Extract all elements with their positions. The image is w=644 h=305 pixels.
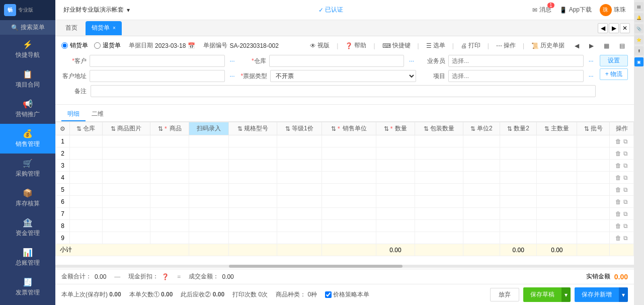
cell[interactable] xyxy=(321,196,376,208)
cell[interactable] xyxy=(277,208,321,220)
cell[interactable] xyxy=(150,172,189,184)
copy-icon[interactable]: ⧉ xyxy=(623,150,628,157)
cell[interactable] xyxy=(577,208,610,220)
messages-button[interactable]: ✉ 1 消息 xyxy=(532,6,551,14)
cell[interactable] xyxy=(577,160,610,172)
delete-icon[interactable]: 🗑 xyxy=(615,198,621,205)
tab-2d[interactable]: 二维 xyxy=(86,108,110,121)
cell[interactable] xyxy=(537,147,577,160)
cell[interactable] xyxy=(277,135,321,147)
cell[interactable] xyxy=(376,172,415,184)
cell[interactable] xyxy=(500,135,537,147)
right-panel-icon-5[interactable]: ⬆ xyxy=(634,46,643,55)
delete-icon[interactable]: 🗑 xyxy=(615,235,621,242)
cell[interactable] xyxy=(102,147,150,160)
cell[interactable] xyxy=(70,184,103,196)
toolbar-shortcut[interactable]: ⌨ 快捷键 xyxy=(379,40,414,51)
cell[interactable] xyxy=(229,232,277,244)
customer-input[interactable] xyxy=(90,55,225,67)
price-policy-checkbox[interactable]: 价格策略本单 xyxy=(325,290,369,299)
toolbar-prev[interactable]: ◀ xyxy=(572,41,582,50)
cell[interactable] xyxy=(321,147,376,160)
delete-icon[interactable]: 🗑 xyxy=(615,222,621,230)
cell[interactable] xyxy=(70,147,103,160)
cell[interactable] xyxy=(229,147,277,160)
copy-icon[interactable]: ⧉ xyxy=(623,198,628,205)
cell[interactable] xyxy=(376,232,415,244)
cell[interactable] xyxy=(102,172,150,184)
delete-icon[interactable]: 🗑 xyxy=(615,162,621,169)
cell[interactable] xyxy=(189,184,229,196)
salesperson-picker-button[interactable]: ··· xyxy=(587,57,596,64)
copy-icon[interactable]: ⧉ xyxy=(623,235,628,242)
cell[interactable] xyxy=(189,208,229,220)
cell[interactable] xyxy=(102,160,150,172)
delete-icon[interactable]: 🗑 xyxy=(615,150,621,157)
cell[interactable] xyxy=(102,232,150,244)
cell[interactable] xyxy=(463,184,500,196)
cell[interactable] xyxy=(463,160,500,172)
return-radio-input[interactable] xyxy=(94,42,101,49)
sale-type-radio[interactable]: 销货单 xyxy=(61,41,88,50)
set-button[interactable]: 设置 xyxy=(600,55,628,66)
cell[interactable] xyxy=(102,220,150,232)
warehouse-picker-button[interactable]: ··· xyxy=(407,57,416,64)
cell[interactable] xyxy=(229,208,277,220)
customer-picker-button[interactable]: ··· xyxy=(228,57,237,64)
cell[interactable] xyxy=(321,208,376,220)
cell[interactable] xyxy=(500,172,537,184)
right-panel-icon-active[interactable]: ▣ xyxy=(634,57,643,66)
save-draft-arrow-button[interactable]: ▾ xyxy=(561,287,571,302)
cell[interactable] xyxy=(150,184,189,196)
copy-icon[interactable]: ⧉ xyxy=(623,186,628,193)
cell[interactable] xyxy=(229,196,277,208)
cell[interactable] xyxy=(537,135,577,147)
cell[interactable] xyxy=(463,172,500,184)
cell[interactable] xyxy=(415,196,463,208)
right-panel-icon-3[interactable]: 📎 xyxy=(634,24,643,33)
sidebar-item-project[interactable]: 📋 项目合同 xyxy=(0,64,55,94)
right-panel-icon-1[interactable]: ▤ xyxy=(634,2,643,11)
cell[interactable] xyxy=(577,147,610,160)
cell[interactable] xyxy=(70,135,103,147)
copy-icon[interactable]: ⧉ xyxy=(623,174,628,181)
sidebar-item-purchase[interactable]: 🛒 采购管理 xyxy=(0,154,55,183)
cell[interactable] xyxy=(70,232,103,244)
cell[interactable] xyxy=(577,135,610,147)
toolbar-print[interactable]: 🖨 打印 xyxy=(458,40,484,51)
cell[interactable] xyxy=(500,208,537,220)
sidebar-item-accounting[interactable]: 📊 总账管理 xyxy=(0,243,55,272)
toolbar-select[interactable]: ☰ 选单 xyxy=(423,40,448,51)
cell[interactable] xyxy=(102,135,150,147)
cell[interactable] xyxy=(189,147,229,160)
cell[interactable] xyxy=(376,160,415,172)
cell[interactable] xyxy=(150,220,189,232)
cell[interactable] xyxy=(321,232,376,244)
cell[interactable] xyxy=(415,220,463,232)
cell[interactable] xyxy=(500,184,537,196)
cell[interactable] xyxy=(277,184,321,196)
cell[interactable] xyxy=(102,184,150,196)
cell[interactable] xyxy=(229,220,277,232)
address-input[interactable] xyxy=(90,70,225,82)
cell[interactable] xyxy=(537,220,577,232)
invoice-select[interactable]: 不开票 xyxy=(270,70,416,82)
cell[interactable] xyxy=(376,135,415,147)
cell[interactable] xyxy=(577,184,610,196)
copy-icon[interactable]: ⧉ xyxy=(623,222,628,230)
cell[interactable] xyxy=(376,196,415,208)
cell[interactable] xyxy=(102,196,150,208)
cell[interactable] xyxy=(150,160,189,172)
cell[interactable] xyxy=(415,232,463,244)
delete-icon[interactable]: 🗑 xyxy=(615,186,621,193)
delete-icon[interactable]: 🗑 xyxy=(615,174,621,181)
calendar-icon[interactable]: 📅 xyxy=(188,42,195,49)
tab-detail[interactable]: 明细 xyxy=(61,108,86,121)
cell[interactable] xyxy=(463,220,500,232)
cell[interactable] xyxy=(537,184,577,196)
cell[interactable] xyxy=(376,220,415,232)
warehouse-input[interactable]: 小宝仓库 xyxy=(269,55,405,67)
cell[interactable] xyxy=(229,135,277,147)
sidebar-item-search[interactable]: 🔍 搜索菜单 xyxy=(0,20,55,35)
cell[interactable] xyxy=(537,172,577,184)
